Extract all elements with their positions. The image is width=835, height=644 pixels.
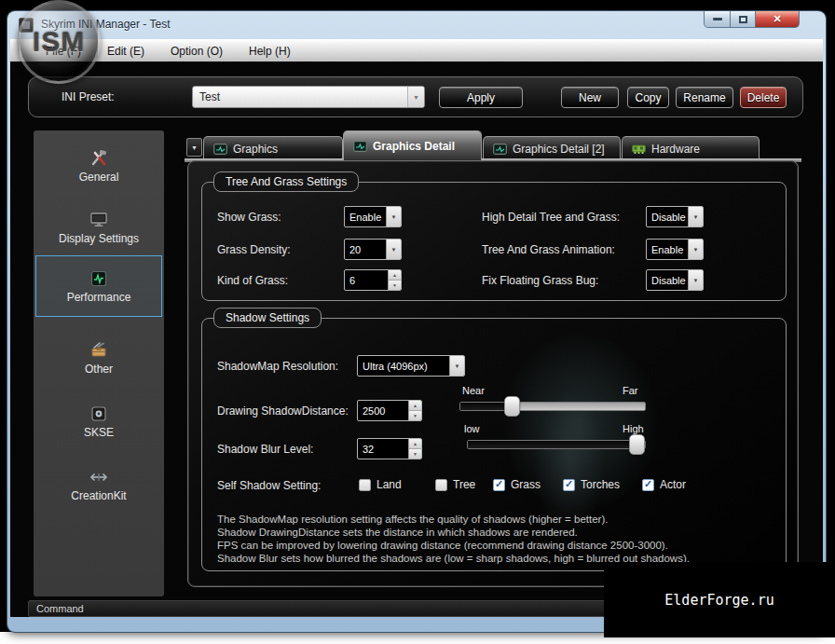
- checkbox-land[interactable]: ✓ Land: [359, 478, 402, 491]
- grass-density-value: 20: [345, 240, 386, 259]
- kind-of-grass-value: 6: [345, 270, 388, 290]
- category-sidebar: General Display Settings Performance: [34, 130, 164, 596]
- check-icon: ✓: [644, 479, 652, 489]
- checkbox-box: ✓: [563, 479, 575, 491]
- fix-floating-grass-label: Fix Floating Grass Bug:: [482, 274, 598, 287]
- grass-animation-label: Tree And Grass Animation:: [482, 243, 615, 256]
- page-root: { "window": { "title": "Skyrim INI Manag…: [0, 0, 835, 644]
- show-grass-combobox[interactable]: Enable ▼: [344, 206, 402, 227]
- chevron-down-icon[interactable]: ▼: [688, 207, 703, 226]
- form-row: Shadow Blur Level: 32 ▲ ▼: [202, 438, 786, 460]
- status-text: Command: [36, 603, 84, 614]
- tab-page-graphics-detail: Tree And Grass Settings Show Grass: Enab…: [187, 160, 799, 587]
- checkbox-box: ✓: [493, 479, 505, 491]
- minimize-button[interactable]: [704, 11, 731, 28]
- spin-up-icon[interactable]: ▲: [409, 439, 421, 449]
- grass-density-combobox[interactable]: 20 ▼: [344, 239, 402, 260]
- rename-button[interactable]: Rename: [676, 87, 733, 108]
- checkbox-box: ✓: [642, 479, 654, 491]
- fix-floating-grass-combobox[interactable]: Disable ▼: [646, 269, 704, 291]
- grass-animation-combobox[interactable]: Enable ▼: [646, 239, 704, 260]
- sidebar-item-label: Performance: [67, 291, 131, 304]
- show-grass-value: Enable: [345, 207, 386, 226]
- shadow-group-title: Shadow Settings: [213, 308, 322, 328]
- tab-scroll-icon: ▼: [191, 144, 198, 151]
- maximize-icon: [739, 16, 747, 23]
- tab-scroll-button[interactable]: ▼: [186, 138, 202, 157]
- chevron-down-icon[interactable]: ▼: [688, 270, 703, 290]
- sidebar-item-performance[interactable]: Performance: [35, 255, 162, 317]
- menu-help[interactable]: Help (H): [236, 42, 304, 61]
- chevron-down-icon[interactable]: ▼: [386, 240, 401, 259]
- title-bar[interactable]: Skyrim INI Manager - Test ✕: [7, 11, 826, 39]
- menu-option[interactable]: Option (O): [157, 42, 236, 61]
- drawing-shadowdistance-spinner[interactable]: 2500 ▲ ▼: [357, 400, 422, 421]
- new-button[interactable]: New: [561, 87, 619, 108]
- sidebar-item-other[interactable]: Other: [35, 336, 162, 380]
- tab-hardware[interactable]: Hardware: [622, 136, 760, 160]
- spin-up-icon[interactable]: ▲: [409, 401, 421, 411]
- performance-chart-icon: [89, 268, 109, 289]
- spin-down-icon[interactable]: ▼: [409, 449, 421, 459]
- checkbox-label: Tree: [453, 478, 475, 491]
- sidebar-item-display-settings[interactable]: Display Settings: [35, 205, 162, 250]
- kind-of-grass-spinner[interactable]: 6 ▲ ▼: [344, 269, 402, 291]
- high-detail-label: High Detail Tree and Grass:: [482, 211, 620, 224]
- shadow-blur-level-value: 32: [358, 439, 408, 459]
- apply-button[interactable]: Apply: [439, 87, 523, 108]
- copy-button[interactable]: Copy: [627, 87, 669, 108]
- close-button[interactable]: ✕: [756, 11, 800, 28]
- grass-animation-value: Enable: [647, 240, 688, 259]
- sidebar-item-creationkit[interactable]: CreationKit: [35, 462, 162, 507]
- close-icon: ✕: [773, 13, 781, 25]
- ini-preset-combobox[interactable]: Test ▼: [192, 86, 425, 108]
- high-detail-value: Disable: [647, 207, 688, 226]
- shadowmap-resolution-value: Ultra (4096px): [358, 356, 449, 376]
- form-row: Drawing ShadowDistance: 2500 ▲ ▼: [202, 400, 786, 422]
- tab-graphics-detail-2[interactable]: Graphics Detail [2]: [483, 136, 621, 160]
- checkbox-torches[interactable]: ✓ Torches: [563, 478, 620, 491]
- chevron-down-icon[interactable]: ▼: [449, 356, 464, 376]
- chevron-down-icon[interactable]: ▼: [407, 87, 424, 107]
- spin-down-icon[interactable]: ▼: [389, 281, 401, 290]
- shadow-blur-level-spinner[interactable]: 32 ▲ ▼: [357, 438, 422, 459]
- tab-label: Graphics Detail [2]: [513, 143, 605, 156]
- chevron-down-icon[interactable]: ▼: [386, 207, 401, 226]
- shadowmap-resolution-combobox[interactable]: Ultra (4096px) ▼: [357, 355, 465, 377]
- app-window: Skyrim INI Manager - Test ✕ File (F) Edi…: [7, 11, 826, 632]
- tree-grass-groupbox: Tree And Grass Settings Show Grass: Enab…: [201, 182, 787, 301]
- elderforge-watermark: ElderForge.ru: [604, 562, 835, 637]
- description-line: FPS can be improved by lowering drawing …: [217, 539, 776, 552]
- checkbox-actor[interactable]: ✓ Actor: [642, 478, 686, 491]
- spinner-buttons[interactable]: ▲ ▼: [408, 439, 421, 459]
- sidebar-item-general[interactable]: General: [35, 144, 162, 188]
- menu-edit[interactable]: Edit (E): [94, 42, 157, 61]
- fix-floating-grass-value: Disable: [647, 270, 688, 290]
- spinner-buttons[interactable]: ▲ ▼: [388, 270, 401, 290]
- skse-icon: [89, 404, 109, 424]
- slider-high-label: High: [623, 423, 644, 434]
- spin-down-icon[interactable]: ▼: [409, 411, 421, 420]
- spinner-buttons[interactable]: ▲ ▼: [408, 401, 421, 420]
- screen-icon: [353, 141, 367, 152]
- form-row: Kind of Grass: 6 ▲ ▼ Fix Floating Grass …: [202, 269, 786, 292]
- window-controls: ✕: [704, 11, 800, 28]
- spin-up-icon[interactable]: ▲: [389, 270, 401, 281]
- delete-button[interactable]: Delete: [740, 87, 787, 108]
- tab-graphics[interactable]: Graphics: [203, 136, 343, 160]
- maximize-button[interactable]: [731, 11, 756, 28]
- tab-graphics-detail[interactable]: Graphics Detail: [343, 130, 482, 160]
- sidebar-item-skse[interactable]: SKSE: [35, 399, 162, 444]
- shadow-description: The ShadowMap resolution setting affects…: [217, 513, 776, 565]
- check-icon: ✓: [565, 479, 573, 489]
- chevron-down-icon[interactable]: ▼: [688, 240, 703, 259]
- high-detail-combobox[interactable]: Disable ▼: [646, 206, 704, 227]
- tab-label: Hardware: [651, 143, 700, 156]
- checkbox-label: Grass: [511, 478, 541, 491]
- drawing-shadowdistance-label: Drawing ShadowDistance:: [217, 404, 349, 418]
- checkbox-grass[interactable]: ✓ Grass: [493, 478, 541, 491]
- shadow-blur-level-label: Shadow Blur Level:: [217, 443, 313, 456]
- minimize-icon: [713, 18, 722, 21]
- checkbox-tree[interactable]: ✓ Tree: [435, 478, 475, 491]
- form-row: ShadowMap Resolution: Ultra (4096px) ▼: [202, 355, 786, 377]
